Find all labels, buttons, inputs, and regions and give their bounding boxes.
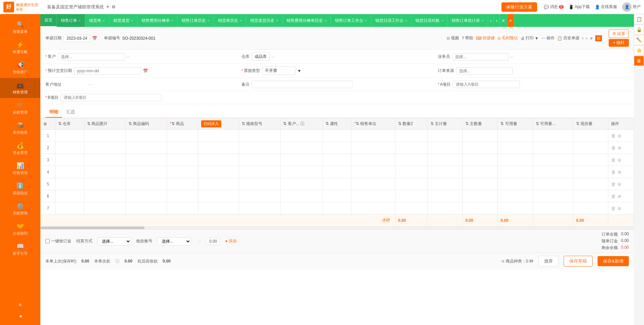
delivery-date-input[interactable] xyxy=(74,67,141,75)
cell-code-1[interactable] xyxy=(125,130,167,142)
tab-daily-clear-workbench[interactable]: 钱货日清工作台 × xyxy=(371,14,412,27)
cell-main-unit-3[interactable] xyxy=(427,154,462,166)
right-panel-btn-5[interactable]: 🖥 xyxy=(634,56,644,66)
tab-next-btn[interactable]: › xyxy=(494,14,500,27)
sidebar-item-cooperation[interactable]: 🤝 企业协同 xyxy=(0,219,40,239)
cell-available-1[interactable] xyxy=(498,130,533,142)
right-panel-btn-3[interactable]: ✏️ xyxy=(634,35,644,45)
tab-close-daily-clear-workbench[interactable]: × xyxy=(405,19,407,23)
cell-main-qty-4[interactable] xyxy=(463,166,498,178)
cell-warehouse-1[interactable] xyxy=(55,130,84,142)
payment-method-select[interactable]: 选择... xyxy=(98,237,131,245)
add-link[interactable]: ● 添加 xyxy=(225,238,237,244)
customer-input[interactable] xyxy=(58,53,125,60)
date-value[interactable]: 2023-03-24 xyxy=(64,35,90,42)
history-btn[interactable]: 📋 历史单据 xyxy=(557,35,579,41)
sidebar-item-marketing[interactable]: 📢 营销推广 xyxy=(0,58,40,78)
cell-attr-5[interactable] xyxy=(323,178,351,190)
cell-product-5[interactable] xyxy=(167,178,198,190)
tab-close-sales-stats[interactable]: × xyxy=(482,19,484,23)
cell-spec-1[interactable] xyxy=(239,130,280,142)
sidebar-item-inventory[interactable]: 📦 库存核算 xyxy=(0,118,40,138)
cell-unit-7[interactable] xyxy=(351,202,395,214)
tab-prev-btn[interactable]: ‹ xyxy=(488,14,494,27)
cell-image-6[interactable] xyxy=(84,190,125,202)
settings-button[interactable]: ⚙ 设置 xyxy=(609,30,629,38)
cell-image-5[interactable] xyxy=(84,178,125,190)
horizontal-scrollbar[interactable] xyxy=(40,227,634,229)
deposit-amount[interactable]: 0.00 xyxy=(206,238,220,245)
invoice-dropdown-icon[interactable]: ▼ xyxy=(297,69,301,73)
cell-spec-6[interactable] xyxy=(239,190,280,202)
scan-button[interactable]: 扫码录入 xyxy=(201,120,221,127)
cell-customer-5[interactable] xyxy=(280,178,323,190)
discard-button[interactable]: 放弃 xyxy=(538,256,559,267)
delete-icon-1[interactable]: 🗑 xyxy=(611,133,616,138)
cell-main-unit-1[interactable] xyxy=(427,130,462,142)
cell-current-1[interactable] xyxy=(573,130,608,142)
sidebar-item-finance[interactable]: 💰 资金管理 xyxy=(0,138,40,159)
tab-close-sales-order[interactable]: × xyxy=(79,19,81,23)
cell-product-1[interactable] xyxy=(167,130,198,142)
tab-daily-clear-account[interactable]: 钱货日清对账 × xyxy=(411,14,448,27)
tab-close-order-workbench[interactable]: × xyxy=(365,19,367,23)
cell-warehouse-4[interactable] xyxy=(55,166,84,178)
copy-icon-7[interactable]: ⊕ xyxy=(617,206,621,211)
cell-warehouse-6[interactable] xyxy=(55,190,84,202)
online-service-item[interactable]: 👤 在线客服 xyxy=(595,4,617,10)
sidebar-item-purchase[interactable]: 🛒 采购管理 xyxy=(0,98,40,118)
cell-spec-7[interactable] xyxy=(239,202,280,214)
cell-customer-6[interactable] xyxy=(280,190,323,202)
delete-icon-2[interactable]: 🗑 xyxy=(611,145,616,151)
view-switch-grid[interactable]: ⊟ xyxy=(595,35,602,41)
app-download-item[interactable]: 📱 App下载 xyxy=(569,4,590,10)
profit-btn[interactable]: ◎ 毛利预估 xyxy=(497,35,518,41)
sidebar-item-system[interactable]: ⚙️ 系统管理 xyxy=(0,199,40,219)
cell-attr-7[interactable] xyxy=(323,202,351,214)
sidebar-item-sales[interactable]: 💼 销售管理 xyxy=(0,78,40,98)
tab-sales-return[interactable]: 销货退货 × xyxy=(109,14,138,27)
cell-unit-6[interactable] xyxy=(351,190,395,202)
view-switch-list[interactable]: ≡ xyxy=(590,36,593,41)
tab-close-fee-history[interactable]: × xyxy=(325,19,327,23)
cell-product-2[interactable] xyxy=(167,142,198,154)
cell-available2-7[interactable] xyxy=(533,202,573,214)
tab-sales-invoice[interactable]: 销货单 × xyxy=(85,14,109,27)
copy-icon-1[interactable]: ⊕ xyxy=(617,133,621,138)
tab-close-sales-invoice[interactable]: × xyxy=(103,19,105,23)
nav-left-icon[interactable]: ‹ xyxy=(582,36,583,41)
customer-more-icon[interactable]: ··· xyxy=(127,54,130,59)
right-panel-btn-2[interactable]: 🔒 xyxy=(634,25,644,35)
cell-available-5[interactable] xyxy=(498,178,533,190)
cell-customer-3[interactable] xyxy=(280,154,323,166)
settings-icon2[interactable]: ⚙ xyxy=(43,122,47,126)
cell-spec-2[interactable] xyxy=(239,142,280,154)
delete-icon-3[interactable]: 🗑 xyxy=(611,157,616,163)
remark-input[interactable] xyxy=(252,81,352,88)
dropdown-arrow-icon[interactable]: ▼ xyxy=(106,4,110,9)
cell-available-6[interactable] xyxy=(498,190,533,202)
sidebar-item-search[interactable]: 🔍 搜索菜单 xyxy=(0,17,40,38)
a-project-input[interactable] xyxy=(453,81,520,88)
invoice-type-value[interactable]: 不开票 xyxy=(262,67,296,75)
cell-main-unit-6[interactable] xyxy=(427,190,462,202)
cell-current-3[interactable] xyxy=(573,154,608,166)
calendar-icon[interactable]: 📅 xyxy=(92,36,97,41)
tab-close-invoice-history[interactable]: × xyxy=(240,19,242,23)
sidebar-item-guide[interactable]: 📖 新手引导 xyxy=(0,239,40,259)
add-material-button[interactable]: + 物料 xyxy=(609,39,629,47)
copy-icon-4[interactable]: ⊕ xyxy=(617,169,621,175)
warehouse-more-icon[interactable]: ··· xyxy=(271,54,275,59)
tab-close-daily-clear-account[interactable]: × xyxy=(441,19,443,23)
tab-home[interactable]: 首页 xyxy=(40,14,57,27)
col-settings[interactable]: ⚙ xyxy=(41,118,55,130)
cell-available2-4[interactable] xyxy=(533,166,573,178)
cell-qty2-2[interactable] xyxy=(395,142,427,154)
cell-image-7[interactable] xyxy=(84,202,125,214)
cell-current-5[interactable] xyxy=(573,178,608,190)
cell-current-4[interactable] xyxy=(573,166,608,178)
cell-spec-4[interactable] xyxy=(239,166,280,178)
user-item[interactable]: 👤 用户 xyxy=(622,2,641,12)
cell-main-qty-2[interactable] xyxy=(463,142,498,154)
copy-icon-2[interactable]: ⊕ xyxy=(617,145,621,151)
